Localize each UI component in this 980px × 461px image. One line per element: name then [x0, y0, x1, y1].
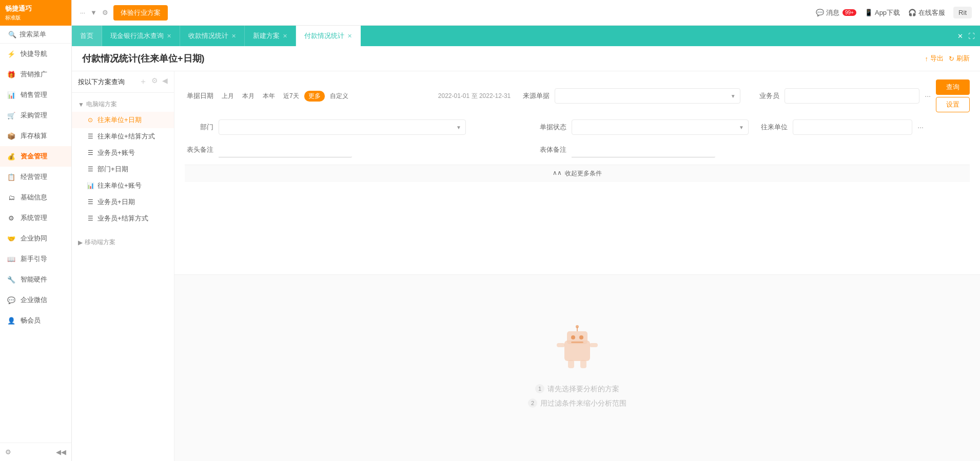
quick-nav-icon: ⚡	[6, 49, 16, 59]
gear-icon[interactable]: ⚙	[102, 9, 108, 16]
scheme-staff-account[interactable]: ☰ 业务员+账号	[72, 145, 174, 161]
close-bank-flow-icon[interactable]: ✕	[167, 33, 171, 39]
scheme-staff-date[interactable]: ☰ 业务员+日期	[72, 194, 174, 210]
date-tab-this-month[interactable]: 本月	[239, 91, 258, 102]
maximize-icon[interactable]: ⛶	[968, 32, 975, 40]
dropdown-arrow-icon[interactable]: ▼	[90, 9, 97, 16]
docstatus-filter-group: 单据状态 ▼	[538, 119, 749, 135]
query-button[interactable]: 查询	[936, 79, 970, 95]
sidebar-item-system[interactable]: ⚙ 系统管理	[0, 208, 71, 228]
scheme-icon: ☰	[86, 132, 94, 141]
partner-label: 往来单位	[759, 123, 788, 132]
partner-more-icon[interactable]: ···	[917, 123, 924, 131]
sidebar-item-hardware[interactable]: 🔧 智能硬件	[0, 269, 71, 290]
date-tab-more[interactable]: 更多	[304, 91, 325, 102]
scheme-icon: ☰	[86, 165, 94, 173]
date-tab-7days[interactable]: 近7天	[280, 91, 302, 102]
docstatus-select[interactable]: ▼	[572, 119, 749, 135]
scheme-icon: ☰	[86, 149, 94, 157]
sidebar: 畅捷通巧 标准版 🔍 搜索菜单 ⚡ 快捷导航 🎁 营销推广 📊 销售管理 🛒 采…	[0, 0, 72, 461]
dept-filter-group: 部门 ▼	[185, 119, 466, 135]
svg-rect-7	[568, 360, 574, 368]
close-receipt-stats-icon[interactable]: ✕	[231, 33, 236, 39]
add-scheme-icon[interactable]: ＋	[139, 76, 147, 87]
scheme-dept-date[interactable]: ☰ 部门+日期	[72, 161, 174, 177]
docstatus-chevron-icon: ▼	[739, 125, 744, 130]
mobile-section-title[interactable]: ▶ 移动端方案	[72, 235, 174, 250]
sidebar-item-member[interactable]: 👤 畅会员	[0, 310, 71, 331]
sidebar-item-enterprise[interactable]: 🤝 企业协同	[0, 228, 71, 249]
date-tabs: 上月 本月 本年 近7天 更多 自定义	[219, 91, 351, 102]
marketing-icon: 🎁	[6, 69, 16, 79]
scheme-icon: ☰	[86, 214, 94, 223]
export-btn[interactable]: ↑ 导出	[925, 54, 944, 63]
sidebar-item-basic[interactable]: 🗂 基础信息	[0, 187, 71, 208]
expand-desktop-icon: ▼	[78, 101, 84, 108]
source-select[interactable]: ▼	[555, 88, 740, 104]
staff-select[interactable]	[785, 88, 920, 104]
settings-scheme-icon[interactable]: ⚙	[151, 76, 158, 87]
scheme-partner-account[interactable]: 📊 往来单位+账号	[72, 177, 174, 194]
sidebar-item-marketing[interactable]: 🎁 营销推广	[0, 64, 71, 85]
avatar-text: Rit	[958, 9, 967, 16]
scheme-partner-settle[interactable]: ☰ 往来单位+结算方式	[72, 128, 174, 145]
dept-select[interactable]: ▼	[219, 119, 466, 135]
body-note-group: 表体备注	[538, 142, 749, 157]
messages-btn[interactable]: 💬 消息 99+	[816, 8, 856, 17]
date-range-display: 2022-01-01 至 2022-12-31	[436, 92, 511, 101]
tab-bank-flow[interactable]: 现金银行流水查询 ✕	[102, 26, 180, 46]
svg-point-2	[571, 335, 575, 339]
tab-home[interactable]: 首页	[72, 26, 102, 46]
dept-chevron-icon: ▼	[456, 125, 461, 130]
sidebar-item-purchase[interactable]: 🛒 采购管理	[0, 105, 71, 126]
scheme-partner-date[interactable]: ⊙ 往来单位+日期	[72, 112, 174, 128]
user-avatar[interactable]: Rit	[953, 7, 972, 18]
sidebar-item-quick-nav[interactable]: ⚡ 快捷导航	[0, 44, 71, 64]
partner-select[interactable]	[793, 119, 912, 135]
hardware-icon: 🔧	[6, 274, 16, 285]
collapse-filter-icon[interactable]: ◀	[162, 76, 168, 87]
sidebar-item-operations[interactable]: 📋 经营管理	[0, 167, 71, 187]
settings-button[interactable]: 设置	[936, 97, 970, 112]
staff-filter-group: 业务员 ··· 查询 设置	[751, 79, 970, 112]
sidebar-item-label: 基础信息	[21, 193, 47, 202]
header-note-input[interactable]	[219, 142, 352, 157]
collapse-icon: ∧∧	[553, 169, 562, 178]
close-all-icon[interactable]: ✕	[957, 32, 963, 40]
date-tab-last-month[interactable]: 上月	[219, 91, 237, 102]
sidebar-item-sales[interactable]: 📊 销售管理	[0, 85, 71, 105]
date-tab-this-year[interactable]: 本年	[260, 91, 278, 102]
empty-icon	[552, 325, 603, 371]
filter-sidebar-title: 按以下方案查询	[78, 77, 125, 87]
scheme-staff-settle[interactable]: ☰ 业务员+结算方式	[72, 210, 174, 227]
tab-payment-stats[interactable]: 付款情况统计 ✕	[296, 26, 361, 46]
app-download-label: App下载	[875, 8, 900, 17]
try-industry-btn[interactable]: 体验行业方案	[113, 5, 168, 21]
header-note-group: 表头备注	[185, 142, 466, 157]
close-payment-stats-icon[interactable]: ✕	[347, 33, 352, 39]
payment-stats-label: 付款情况统计	[304, 31, 344, 41]
search-menu[interactable]: 🔍 搜索菜单	[0, 26, 71, 44]
collapse-sidebar-icon[interactable]: ◀◀	[56, 448, 66, 456]
close-new-scheme-icon[interactable]: ✕	[283, 33, 287, 39]
tab-receipt-stats[interactable]: 收款情况统计 ✕	[180, 26, 245, 46]
sidebar-item-guide[interactable]: 📖 新手引导	[0, 249, 71, 269]
collapse-conditions-btn[interactable]: ∧∧ 收起更多条件	[185, 165, 970, 182]
operations-icon: 📋	[6, 172, 16, 182]
staff-more-icon[interactable]: ···	[925, 92, 931, 100]
online-service-btn[interactable]: 🎧 在线客服	[908, 8, 945, 17]
desktop-section-title[interactable]: ▼ 电脑端方案	[72, 97, 174, 112]
sidebar-item-funds[interactable]: 💰 资金管理	[0, 146, 71, 167]
app-download-btn[interactable]: 📱 App下载	[865, 8, 900, 17]
scheme-label: 业务员+结算方式	[97, 214, 148, 223]
refresh-btn[interactable]: ↻ 刷新	[949, 54, 970, 63]
sidebar-item-wechat[interactable]: 💬 企业微信	[0, 290, 71, 310]
sidebar-item-label: 营销推广	[21, 70, 47, 79]
tip-text-1: 请先选择要分析的方案	[547, 382, 619, 396]
tab-new-scheme[interactable]: 新建方案 ✕	[245, 26, 296, 46]
settings-gear-icon[interactable]: ⚙	[5, 448, 11, 456]
sidebar-item-inventory[interactable]: 📦 库存核算	[0, 126, 71, 146]
date-tab-custom[interactable]: 自定义	[327, 91, 351, 102]
svg-rect-6	[590, 343, 598, 347]
body-note-input[interactable]	[572, 142, 715, 157]
